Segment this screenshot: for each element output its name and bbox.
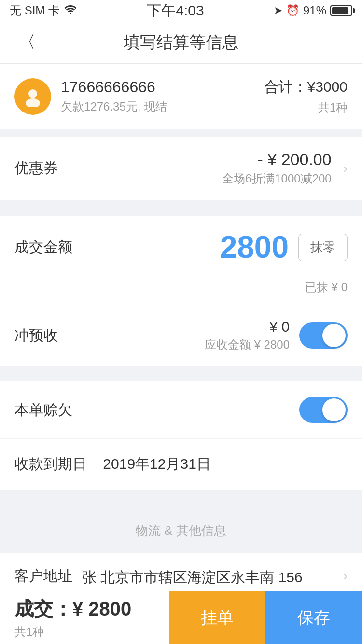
wifi-icon: [64, 4, 77, 17]
round-button[interactable]: 抹零: [298, 234, 348, 261]
due-date-label: 收款到期日: [14, 456, 87, 472]
amount-sub: 已抹 ¥ 0: [305, 280, 348, 294]
amount-right: 2800 抹零: [220, 229, 348, 265]
advance-label: 冲预收: [14, 326, 58, 346]
due-date-section: 收款到期日 2019年12月31日: [0, 438, 362, 490]
avatar: [14, 78, 51, 115]
advance-val-wrap: ¥ 0 应收金额 ¥ 2800: [205, 319, 290, 352]
toggle-knob-2: [322, 398, 346, 421]
address-label: 客户地址: [14, 566, 72, 586]
amount-value: 2800: [220, 229, 289, 265]
customer-card: 17666666666 欠款1276.35元, 现结 合计：¥3000 共1种: [0, 64, 362, 129]
location-icon: ➤: [274, 4, 282, 17]
nav-bar: 〈 填写结算等信息: [0, 21, 362, 64]
bottom-count: 共1种: [14, 624, 154, 640]
carrier-label: 无 SIM 卡: [10, 3, 60, 18]
chevron-right-icon: ›: [343, 161, 348, 176]
alarm-icon: ⏰: [286, 4, 299, 17]
status-right: ➤ ⏰ 91%: [274, 4, 352, 17]
due-date-value: 2019年12月31日: [103, 456, 210, 472]
content: 17666666666 欠款1276.35元, 现结 合计：¥3000 共1种 …: [0, 64, 362, 644]
nav-title: 填写结算等信息: [124, 31, 238, 54]
svg-point-0: [28, 89, 37, 98]
line-right: [236, 531, 348, 531]
bottom-amount-label: 成交：: [14, 598, 72, 619]
bottom-amount-value: ¥ 2800: [72, 598, 131, 619]
coupon-label: 优惠券: [14, 158, 58, 178]
customer-info: 17666666666 欠款1276.35元, 现结: [61, 78, 167, 114]
amount-section: 成交金额 2800 抹零 已抹 ¥ 0 冲预收 ¥ 0 应收金额 ¥ 2800: [0, 216, 362, 366]
due-date-text: 收款到期日 2019年12月31日: [14, 456, 211, 472]
status-left: 无 SIM 卡: [10, 3, 77, 18]
save-button[interactable]: 保存: [265, 591, 362, 644]
bottom-bar: 成交：¥ 2800 共1种 挂单 保存: [0, 591, 362, 644]
coupon-row[interactable]: 优惠券 - ¥ 200.00 全场6折满1000减200 ›: [0, 137, 362, 200]
customer-left: 17666666666 欠款1276.35元, 现结: [14, 78, 167, 115]
advance-toggle[interactable]: [299, 322, 348, 349]
advance-sub: 应收金额 ¥ 2800: [205, 337, 290, 352]
status-bar: 无 SIM 卡 下午4:03 ➤ ⏰ 91%: [0, 0, 362, 21]
logistics-header: 物流 & 其他信息: [0, 509, 362, 553]
total-count: 共1种: [264, 100, 348, 115]
customer-totals: 合计：¥3000 共1种: [264, 77, 348, 115]
debt-toggle[interactable]: [299, 397, 348, 423]
back-button[interactable]: 〈: [14, 26, 41, 59]
line-left: [14, 531, 126, 531]
toggle-knob: [322, 324, 346, 347]
battery-icon: [330, 5, 352, 16]
logistics-title: 物流 & 其他信息: [136, 522, 226, 539]
coupon-right: - ¥ 200.00 全场6折满1000减200 ›: [222, 150, 348, 186]
coupon-discount: - ¥ 200.00: [222, 150, 332, 169]
divider-1: [0, 200, 362, 208]
debt-section: 本单赊欠: [0, 381, 362, 438]
divider-3: [0, 490, 362, 501]
hang-button[interactable]: 挂单: [169, 591, 265, 644]
advance-right: ¥ 0 应收金额 ¥ 2800: [205, 319, 348, 352]
advance-row: 冲预收 ¥ 0 应收金额 ¥ 2800: [0, 305, 362, 366]
battery-label: 91%: [303, 4, 326, 17]
coupon-value-wrap: - ¥ 200.00 全场6折满1000减200: [222, 150, 332, 186]
amount-row: 成交金额 2800 抹零: [0, 216, 362, 279]
amount-label: 成交金额: [14, 238, 72, 257]
total-amount: 合计：¥3000: [264, 77, 348, 97]
customer-debt: 欠款1276.35元, 现结: [61, 99, 167, 114]
advance-value: ¥ 0: [205, 319, 290, 335]
divider-2: [0, 366, 362, 374]
address-chevron-icon: ›: [343, 568, 348, 584]
customer-phone: 17666666666: [61, 78, 167, 96]
bottom-summary: 成交：¥ 2800 共1种: [0, 596, 169, 640]
bottom-amount: 成交：¥ 2800: [14, 596, 154, 622]
coupon-desc: 全场6折满1000减200: [222, 171, 332, 186]
status-time: 下午4:03: [147, 1, 204, 21]
debt-label: 本单赊欠: [14, 400, 72, 420]
svg-point-1: [26, 98, 40, 107]
